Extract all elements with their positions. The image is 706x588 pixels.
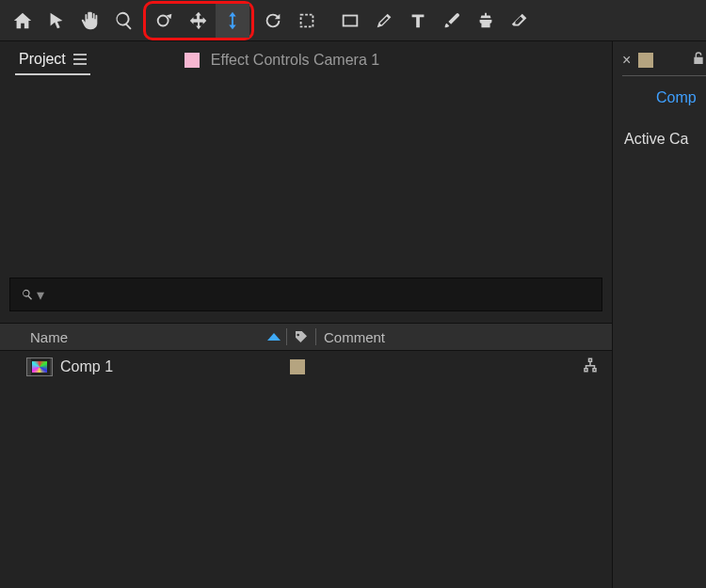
project-table: Name Comment Comp 1 bbox=[0, 323, 612, 383]
pan-camera-icon[interactable] bbox=[182, 4, 216, 38]
item-name: Comp 1 bbox=[53, 358, 286, 375]
svg-point-0 bbox=[158, 15, 168, 25]
tab-composition[interactable]: Comp bbox=[622, 86, 706, 114]
rotation-icon[interactable] bbox=[256, 4, 290, 38]
project-panel: Project Effect Controls Camera 1 ▾ Name bbox=[0, 41, 612, 588]
tab-project-label: Project bbox=[19, 51, 66, 68]
brush-icon[interactable] bbox=[435, 4, 469, 38]
pen-icon[interactable] bbox=[367, 4, 401, 38]
search-icon bbox=[20, 287, 35, 302]
eraser-icon[interactable] bbox=[503, 4, 537, 38]
orbit-camera-icon[interactable] bbox=[148, 4, 182, 38]
sort-ascending-icon bbox=[267, 333, 281, 341]
svg-rect-1 bbox=[301, 14, 313, 26]
zoom-icon[interactable] bbox=[107, 4, 141, 38]
close-icon[interactable]: × bbox=[622, 52, 631, 69]
tab-project[interactable]: Project bbox=[15, 45, 90, 75]
dolly-camera-icon[interactable] bbox=[216, 4, 249, 38]
main-toolbar bbox=[0, 0, 706, 41]
composition-icon bbox=[26, 358, 53, 376]
home-icon[interactable] bbox=[6, 4, 40, 38]
table-row[interactable]: Comp 1 bbox=[0, 351, 612, 383]
lock-icon[interactable] bbox=[691, 51, 706, 70]
project-search[interactable]: ▾ bbox=[9, 278, 602, 311]
flowchart-icon[interactable] bbox=[582, 357, 599, 377]
column-comment[interactable]: Comment bbox=[316, 329, 612, 345]
hand-icon[interactable] bbox=[73, 4, 107, 38]
type-icon[interactable] bbox=[401, 4, 435, 38]
active-camera-label: Active Ca bbox=[622, 114, 706, 148]
panel-menu-icon[interactable] bbox=[73, 54, 87, 65]
clone-stamp-icon[interactable] bbox=[469, 4, 503, 38]
comp-swatch bbox=[185, 53, 200, 68]
composition-panel: × Comp Active Ca bbox=[612, 41, 706, 588]
anchor-icon[interactable] bbox=[290, 4, 324, 38]
rectangle-icon[interactable] bbox=[333, 4, 367, 38]
camera-tools-highlight bbox=[143, 1, 254, 40]
panel-tabs: Project Effect Controls Camera 1 bbox=[0, 41, 612, 79]
column-label[interactable] bbox=[287, 329, 315, 344]
column-name[interactable]: Name bbox=[23, 329, 286, 345]
tab-effect-controls[interactable]: Effect Controls Camera 1 bbox=[211, 52, 379, 69]
svg-rect-2 bbox=[344, 15, 358, 25]
table-header: Name Comment bbox=[0, 323, 612, 351]
search-input[interactable] bbox=[50, 288, 592, 302]
item-label-swatch[interactable] bbox=[290, 359, 305, 374]
panel-swatch bbox=[638, 53, 653, 68]
search-dropdown-icon[interactable]: ▾ bbox=[37, 286, 44, 304]
selection-icon[interactable] bbox=[40, 4, 73, 38]
